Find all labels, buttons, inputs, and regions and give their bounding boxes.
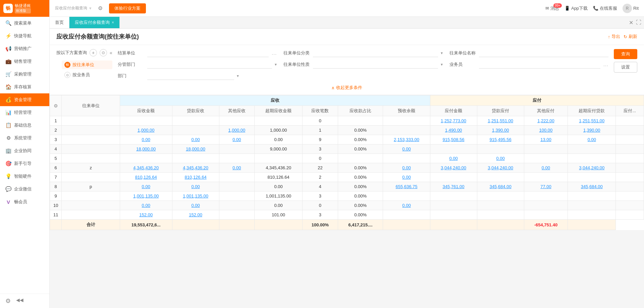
table-row: 101,252,773.001,251,551.001,222.001,251,… — [50, 116, 644, 126]
receivable-group-header: 应收 — [120, 95, 430, 106]
tab-home[interactable]: 首页 — [50, 17, 69, 28]
inventory-icon: 🏠 — [5, 84, 11, 90]
partner-category-select[interactable] — [313, 49, 438, 57]
payable-group-header: 应付 — [430, 95, 644, 106]
message-icon: ✉ — [545, 6, 549, 11]
finance-icon: 💰 — [5, 97, 11, 103]
total-row: 合计 19,553,472,6... 100.00% 6,417,215....… — [50, 220, 644, 230]
total-rec-amount[interactable]: 19,553,472,6... — [120, 220, 172, 230]
table-row: 418,000.0018,000.009,000.0030.00%0.00 — [50, 144, 644, 154]
partner-nature-select[interactable] — [313, 60, 438, 69]
filter-settings-button[interactable]: ⊙ — [100, 49, 107, 56]
refresh-button[interactable]: ↻ 刷新 — [624, 34, 637, 40]
basic-info-icon: 📋 — [5, 122, 11, 128]
salesperson-dots-icon[interactable]: … — [603, 61, 608, 68]
filter-collapse-button[interactable]: « — [110, 50, 112, 55]
sidebar-item-guide[interactable]: 🎯 新手引导 — [0, 157, 49, 170]
app-download-button[interactable]: 📱 App下载 — [565, 5, 588, 11]
bottom-settings-icon[interactable]: ⚙ — [5, 297, 11, 305]
table-settings-header[interactable]: ⚙ — [50, 95, 62, 116]
enterprise-icon: 🏢 — [5, 148, 11, 154]
search-menu-icon: 🔍 — [5, 20, 11, 26]
marketing-icon: 📢 — [5, 46, 11, 52]
settings-button[interactable]: 设置 — [614, 62, 637, 73]
table-row: 500.000.00 — [50, 154, 644, 163]
filter-nav: 畅 按往来单位 ⊙ 按业务员 — [62, 60, 112, 79]
topbar-gear-button[interactable]: ⚙ — [96, 4, 105, 13]
table-settings-icon[interactable]: ⚙ — [54, 103, 58, 108]
sidebar-item-quick-nav[interactable]: ⚡ 快捷导航 — [0, 30, 49, 42]
division-chevron-icon[interactable]: ▾ — [275, 62, 277, 67]
sidebar-item-search-menu[interactable]: 🔍 搜索菜单 — [0, 17, 49, 30]
tab-arbalance[interactable]: 应收应付余额查询 × — [69, 17, 120, 28]
partner-cat-chevron-icon[interactable]: ▾ — [441, 51, 443, 55]
col-rec-count: 应收笔数 — [303, 106, 338, 116]
filter-row-1: 结算单位 … 往来单位分类 ▾ 往来单位名称 — [118, 49, 608, 57]
filter-field-dept: 部门 ▾ — [118, 72, 239, 80]
salesperson-input[interactable] — [479, 60, 600, 69]
total-label: 合计 — [62, 220, 120, 230]
filter-fields: 结算单位 … 往来单位分类 ▾ 往来单位名称 — [118, 49, 608, 81]
filter-nav-by-unit[interactable]: 畅 按往来单位 — [62, 60, 112, 69]
sidebar-item-marketing[interactable]: 📢 营销推广 — [0, 42, 49, 55]
total-rec-ratio: 100.00% — [303, 220, 338, 230]
guide-icon: 🎯 — [5, 161, 11, 167]
hardware-icon: 💡 — [5, 173, 11, 179]
breadcrumb-text: 应收应付余额查询 — [55, 5, 87, 11]
col-pay-amount: 应付金额 — [430, 106, 477, 116]
col-loan-rec: 贷款应收 — [172, 106, 219, 116]
sidebar-logo: 畅 畅捷通账 标准版 — [0, 0, 49, 17]
filter-nav-by-staff[interactable]: ⊙ 按业务员 — [62, 71, 112, 79]
col-other-rec: 其他应收 — [219, 106, 254, 116]
sidebar-item-member[interactable]: V 畅会员 — [0, 195, 49, 208]
sidebar-item-sales[interactable]: 💼 销售管理 — [0, 55, 49, 68]
filter-nav-icon-staff: ⊙ — [64, 72, 70, 78]
sidebar-item-basic-info[interactable]: 📋 基础信息 — [0, 119, 49, 132]
tab-controls: ✕ ⛶ — [626, 17, 644, 28]
tab-bar: 首页 应收应付余额查询 × ✕ ⛶ — [50, 17, 644, 29]
topbar: 应收应付余额查询 ▾ ⚙ 体验行业方案 ✉ 消息 99+ 📱 App下载 📞 在… — [50, 0, 644, 17]
dept-chevron-icon[interactable]: ▾ — [237, 74, 239, 78]
table-row: 30.000.000.000.0090.00%2,153,333.00915,5… — [50, 135, 644, 144]
bottom-collapse-icon[interactable]: ◀◀ — [16, 297, 23, 305]
online-service-button[interactable]: 📞 在线客服 — [593, 5, 617, 11]
window-close-icon[interactable]: ✕ — [629, 19, 633, 26]
page-title: 应收应付余额查询(按往来单位) — [56, 33, 139, 41]
window-maximize-icon[interactable]: ⛶ — [636, 19, 641, 26]
filter-collapse-row[interactable]: ∧ 收起更多条件 — [56, 85, 637, 91]
sidebar: 畅 畅捷通账 标准版 🔍 搜索菜单 ⚡ 快捷导航 📢 营销推广 💼 销售管理 🛒… — [0, 0, 50, 308]
partner-nature-chevron-icon[interactable]: ▾ — [441, 62, 443, 67]
partner-header: 往来单位 — [62, 95, 120, 116]
sidebar-item-finance[interactable]: 💰 资金管理 — [0, 93, 49, 106]
export-button[interactable]: ↑ 导出 — [608, 34, 621, 40]
page-header: 应收应付余额查询(按往来单位) ↑ 导出 ↻ 刷新 — [50, 29, 644, 45]
sidebar-item-wechat[interactable]: 💬 企业微信 — [0, 183, 49, 195]
wechat-icon: 💬 — [5, 186, 11, 192]
table-row: 91,001,135.001,001,135.001,001,135.0030.… — [50, 191, 644, 201]
user-menu[interactable]: R Rit — [623, 4, 639, 13]
filter-field-settlement: 结算单位 … — [118, 49, 277, 57]
partner-name-input[interactable] — [479, 49, 608, 57]
division-dept-select[interactable] — [147, 60, 272, 69]
message-button[interactable]: ✉ 消息 99+ — [545, 5, 559, 11]
dept-select[interactable] — [147, 72, 234, 80]
query-button[interactable]: 查询 — [614, 49, 637, 59]
sidebar-item-operations[interactable]: 📊 经营管理 — [0, 106, 49, 119]
filter-add-button[interactable]: + — [90, 49, 97, 56]
sidebar-item-inventory[interactable]: 🏠 库存核算 — [0, 81, 49, 93]
sidebar-item-system[interactable]: ⚙ 系统管理 — [0, 132, 49, 144]
settlement-unit-input[interactable] — [147, 49, 269, 57]
settlement-dots-icon[interactable]: … — [271, 50, 277, 56]
filter-left: 按以下方案查询 + ⊙ « 畅 按往来单位 ⊙ 按业务员 — [56, 49, 112, 81]
tab-close-icon[interactable]: × — [112, 20, 114, 25]
sidebar-item-enterprise[interactable]: 🏢 企业协同 — [0, 144, 49, 157]
breadcrumb: 应收应付余额查询 ▾ — [55, 5, 92, 11]
sidebar-item-purchase[interactable]: 🛒 采购管理 — [0, 68, 49, 81]
col-rec-amount: 应收金额 — [120, 106, 172, 116]
total-prepaid[interactable]: 6,417,215.... — [338, 220, 383, 230]
col-prepaid: 预收余额 — [383, 106, 430, 116]
filter-row-2: 分管部门 ▾ 往来单位性质 ▾ 业务员 … — [118, 60, 608, 69]
sidebar-item-hardware[interactable]: 💡 智能硬件 — [0, 170, 49, 183]
filter-top: 按以下方案查询 + ⊙ « — [56, 49, 112, 56]
plan-button[interactable]: 体验行业方案 — [109, 3, 146, 13]
